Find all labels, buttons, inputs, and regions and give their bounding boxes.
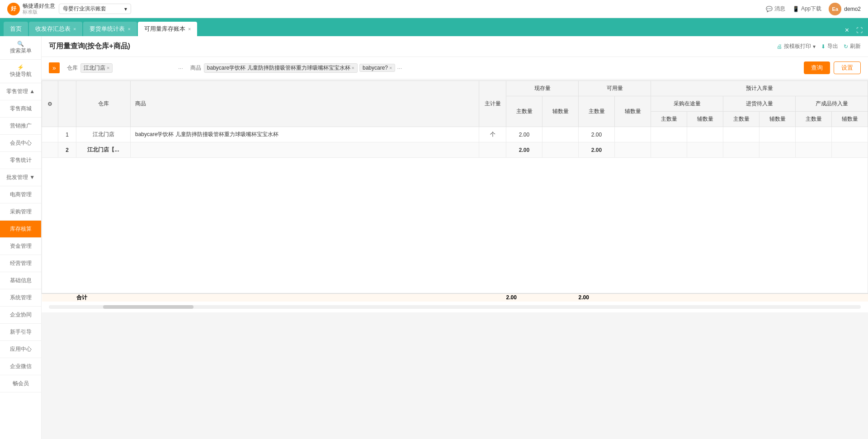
tab-order-stats-label: 要货单统计表 [90,25,125,33]
sidebar-item-app-center[interactable]: 应用中心 [0,341,41,358]
message-btn[interactable]: 💬 消息 [766,5,785,13]
th-warehouse: 仓库 [76,81,131,127]
product-tag-1[interactable]: babycare学饮杯 儿童防摔防撞吸管杯重力球吸嘴杯宝宝水杯 × [204,63,358,73]
tab-home-label: 首页 [10,25,22,33]
data-table: ⚙ 仓库 商品 主计量 现存量 可用量 预计入库量 主数量 辅数量 主数量 辅数… [42,80,868,302]
refresh-label: 刷新 [850,42,861,50]
th-purchase-main: 主数量 [651,112,687,127]
workspace-selector[interactable]: 母婴行业演示账套 ▾ [59,4,131,14]
tab-available-stock-close[interactable]: × [188,26,191,32]
row-1-current-main: 2.00 [506,127,542,142]
row-1-avail-main: 2.00 [579,127,615,142]
sidebar-item-retail-stats[interactable]: 零售统计 [0,152,41,169]
tab-receive-label: 收发存汇总表 [35,25,71,33]
sidebar-item-marketing[interactable]: 营销推广 [0,118,41,135]
product-tag-2-text: babycare? [363,65,388,71]
total-current-aux [542,293,579,302]
expand-filter-btn[interactable]: » [49,62,60,73]
sidebar-item-enterprise-wechat[interactable]: 企业微信 [0,358,41,375]
workspace-name: 母婴行业演示账套 [63,5,106,13]
print-btn[interactable]: 🖨 按模板打印 ▾ [777,42,816,50]
sidebar-item-member-center[interactable]: 会员中心 [0,135,41,152]
sidebar-item-inventory-check[interactable]: 库存核算 [0,221,41,238]
tab-receive-close[interactable]: × [73,26,76,32]
sidebar-item-retail-mgmt[interactable]: 零售管理 ▲ [0,83,41,100]
tab-order-stats-close[interactable]: × [127,26,130,32]
tab-home[interactable]: 首页 [4,22,28,36]
sidebar-item-ecommerce-mgmt[interactable]: 电商管理 [0,186,41,203]
sidebar-item-system-mgmt[interactable]: 系统管理 [0,289,41,307]
sidebar-item-retail-mgmt-label: 零售管理 ▲ [6,88,35,95]
row-1-avail-aux [615,127,651,142]
scrollbar-track[interactable] [49,305,861,309]
app-download-btn[interactable]: 📱 App下载 [793,5,821,13]
sidebar-item-member-center-label: 会员中心 [10,139,32,147]
tab-order-stats[interactable]: 要货单统计表 × [83,22,137,36]
query-button[interactable]: 查询 [804,61,830,74]
warehouse-more[interactable]: ··· [178,65,183,71]
warehouse-tag-remove[interactable]: × [107,65,109,71]
setting-button[interactable]: 设置 [834,61,861,74]
total-index [58,293,76,302]
sidebar-item-member[interactable]: 畅会员 [0,375,41,392]
sidebar-item-wholesale-mgmt[interactable]: 批发管理 ▼ [0,169,41,186]
print-arrow: ▾ [813,43,816,50]
row-1-incoming-main [723,127,760,142]
close-all-tabs-btn[interactable]: × [843,24,851,36]
subtotal-warehouse: 江北门店【... [76,142,131,158]
fullscreen-btn[interactable]: ⛶ [854,25,864,36]
tab-receive[interactable]: 收发存汇总表 × [29,22,82,36]
product-tag-2-remove[interactable]: × [389,65,392,71]
top-bar: 好 畅捷通好生意 标准版 母婴行业演示账套 ▾ 💬 消息 📱 App下载 Ea … [0,0,868,18]
sidebar-item-retail-stats-label: 零售统计 [10,156,32,164]
sidebar-item-business-mgmt[interactable]: 经营管理 [0,255,41,272]
app-download-label: App下载 [801,5,821,13]
sidebar-item-finance-mgmt[interactable]: 资金管理 [0,238,41,255]
avatar-text: Ea [832,6,838,12]
table-container: ⚙ 仓库 商品 主计量 现存量 可用量 预计入库量 主数量 辅数量 主数量 辅数… [42,80,868,312]
sidebar-item-purchase-mgmt-label: 采购管理 [10,208,32,216]
th-current-aux: 辅数量 [542,96,579,127]
sidebar-item-enterprise-collab[interactable]: 企业协同 [0,307,41,324]
row-1-gear [42,127,58,142]
th-forecast: 预计入库量 [651,81,868,96]
refresh-btn[interactable]: ↻ 刷新 [844,42,861,50]
content-area: 可用量查询(按仓库+商品) 🖨 按模板打印 ▾ ⬇ 导出 ↻ 刷新 » [42,36,868,439]
tab-actions: × ⛶ [843,24,864,36]
sidebar-item-new-guide[interactable]: 新手引导 [0,324,41,341]
th-index [58,81,76,127]
sidebar-item-wholesale-mgmt-label: 批发管理 ▼ [6,174,35,181]
logo-area: 好 畅捷通好生意 标准版 [7,3,55,15]
warehouse-label: 仓库 [67,64,78,72]
sidebar-item-inventory-check-label: 库存核算 [10,225,32,233]
scrollbar-thumb[interactable] [103,305,193,309]
export-btn[interactable]: ⬇ 导出 [821,42,838,50]
subtotal-product [131,142,479,158]
total-unit [479,293,506,302]
page-header: 可用量查询(按仓库+商品) 🖨 按模板打印 ▾ ⬇ 导出 ↻ 刷新 [42,36,868,57]
logo-text: 畅捷通好生意 [23,3,55,9]
sidebar-search-menu[interactable]: 🔍 搜索菜单 [0,36,41,60]
table-footer [42,302,868,312]
th-available: 可用量 [579,81,651,96]
product-tag-2[interactable]: babycare? × [359,64,395,72]
tab-available-stock-label: 可用量库存账本 [144,25,185,33]
sidebar-item-retail-mall[interactable]: 零售商城 [0,100,41,118]
total-product [131,293,479,302]
sidebar-quick-nav[interactable]: ⚡ 快捷导航 [0,60,41,83]
th-current-main: 主数量 [506,96,542,127]
search-icon: 🔍 [17,41,24,47]
sidebar-item-ecommerce-mgmt-label: 电商管理 [10,191,32,198]
subtotal-index: 2 [58,142,76,158]
sidebar-item-purchase-mgmt[interactable]: 采购管理 [0,203,41,221]
tab-available-stock[interactable]: 可用量库存账本 × [138,22,197,36]
total-purchase-main [651,293,687,302]
sidebar-item-basic-info[interactable]: 基础信息 [0,272,41,289]
product-tag-1-remove[interactable]: × [352,65,354,71]
th-incoming-main: 主数量 [723,112,760,127]
total-incoming-aux [760,293,796,302]
th-product-pending: 产成品待入量 [796,96,868,112]
warehouse-tag-jiangbei[interactable]: 江北门店 × [80,63,113,73]
search-menu-label: 搜索菜单 [10,47,32,54]
row-1-product-main [796,127,832,142]
